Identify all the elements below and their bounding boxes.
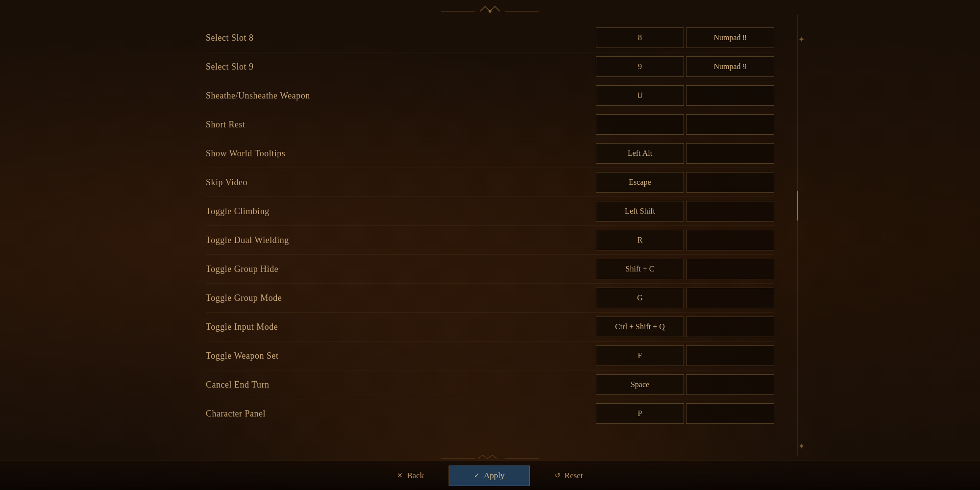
keybind-list: Select Slot 88Numpad 8Select Slot 99Nump… xyxy=(206,19,774,461)
keybind-label-toggle-dual-wielding: Toggle Dual Wielding xyxy=(206,235,363,245)
keybind-buttons-show-world-tooltips: Left Alt xyxy=(596,143,774,164)
keybind-secondary-sheathe-weapon[interactable] xyxy=(686,85,774,106)
keybind-secondary-short-rest[interactable] xyxy=(686,114,774,135)
keybind-buttons-skip-video: Escape xyxy=(596,172,774,193)
keybind-buttons-toggle-group-hide: Shift + C xyxy=(596,259,774,279)
keybind-primary-toggle-input-mode[interactable]: Ctrl + Shift + Q xyxy=(596,317,684,337)
scrollbar-thumb[interactable] xyxy=(797,191,798,220)
reset-button[interactable]: ↺ Reset xyxy=(530,466,608,486)
keybind-primary-toggle-dual-wielding[interactable]: R xyxy=(596,230,684,250)
keybind-row-toggle-group-mode: Toggle Group ModeG xyxy=(206,284,774,313)
keybind-buttons-sheathe-weapon: U xyxy=(596,85,774,106)
keybind-buttons-character-panel: P xyxy=(596,403,774,424)
keybind-label-toggle-input-mode: Toggle Input Mode xyxy=(206,322,363,332)
keybind-secondary-cancel-end-turn[interactable] xyxy=(686,374,774,395)
scrollbar-track xyxy=(797,15,798,456)
content-area: Select Slot 88Numpad 8Select Slot 99Nump… xyxy=(0,19,980,461)
back-label: Back xyxy=(407,471,424,481)
scrollbar-area[interactable] xyxy=(796,15,799,456)
keybind-buttons-toggle-input-mode: Ctrl + Shift + Q xyxy=(596,317,774,337)
keybind-buttons-short-rest xyxy=(596,114,774,135)
keybind-primary-cancel-end-turn[interactable]: Space xyxy=(596,374,684,395)
keybind-label-toggle-group-mode: Toggle Group Mode xyxy=(206,293,363,303)
keybind-primary-toggle-climbing[interactable]: Left Shift xyxy=(596,201,684,221)
keybind-primary-show-world-tooltips[interactable]: Left Alt xyxy=(596,143,684,164)
svg-point-2 xyxy=(489,10,491,13)
keybind-label-cancel-end-turn: Cancel End Turn xyxy=(206,380,363,390)
keybind-buttons-toggle-weapon-set: F xyxy=(596,345,774,366)
keybind-buttons-toggle-dual-wielding: R xyxy=(596,230,774,250)
keybind-row-toggle-input-mode: Toggle Input ModeCtrl + Shift + Q xyxy=(206,313,774,342)
keybind-secondary-toggle-input-mode[interactable] xyxy=(686,317,774,337)
keybind-label-show-world-tooltips: Show World Tooltips xyxy=(206,148,363,159)
keybind-secondary-toggle-group-hide[interactable] xyxy=(686,259,774,279)
keybind-label-short-rest: Short Rest xyxy=(206,120,363,130)
reset-icon: ↺ xyxy=(555,471,561,480)
keybind-secondary-toggle-climbing[interactable] xyxy=(686,201,774,221)
keybind-row-toggle-climbing: Toggle ClimbingLeft Shift xyxy=(206,197,774,226)
keybind-row-cancel-end-turn: Cancel End TurnSpace xyxy=(206,370,774,399)
keybind-buttons-toggle-group-mode: G xyxy=(596,288,774,308)
keybind-secondary-select-slot-8[interactable]: Numpad 8 xyxy=(686,27,774,48)
keybind-buttons-select-slot-9: 9Numpad 9 xyxy=(596,56,774,77)
keybind-label-select-slot-8: Select Slot 8 xyxy=(206,33,363,43)
keybind-row-toggle-weapon-set: Toggle Weapon SetF xyxy=(206,342,774,370)
bottom-buttons: ✕ Back ✓ Apply ↺ Reset xyxy=(372,466,607,486)
keybind-buttons-toggle-climbing: Left Shift xyxy=(596,201,774,221)
apply-button[interactable]: ✓ Apply xyxy=(449,466,530,486)
keybind-primary-toggle-weapon-set[interactable]: F xyxy=(596,345,684,366)
apply-icon: ✓ xyxy=(474,471,480,480)
back-icon: ✕ xyxy=(397,471,403,480)
reset-label: Reset xyxy=(564,471,583,481)
bottom-bar: ✕ Back ✓ Apply ↺ Reset xyxy=(0,461,980,490)
keybind-row-select-slot-8: Select Slot 88Numpad 8 xyxy=(206,24,774,52)
keybind-primary-character-panel[interactable]: P xyxy=(596,403,684,424)
back-button[interactable]: ✕ Back xyxy=(372,466,449,486)
keybind-secondary-select-slot-9[interactable]: Numpad 9 xyxy=(686,56,774,77)
keybind-row-sheathe-weapon: Sheathe/Unsheathe WeaponU xyxy=(206,81,774,110)
keybind-label-toggle-group-hide: Toggle Group Hide xyxy=(206,264,363,274)
keybind-secondary-skip-video[interactable] xyxy=(686,172,774,193)
keybind-secondary-toggle-group-mode[interactable] xyxy=(686,288,774,308)
keybind-secondary-show-world-tooltips[interactable] xyxy=(686,143,774,164)
keybind-label-character-panel: Character Panel xyxy=(206,409,363,419)
keybind-primary-select-slot-8[interactable]: 8 xyxy=(596,27,684,48)
keybind-label-skip-video: Skip Video xyxy=(206,177,363,188)
top-decoration xyxy=(0,0,980,19)
apply-label: Apply xyxy=(484,471,505,481)
keybind-primary-skip-video[interactable]: Escape xyxy=(596,172,684,193)
keybind-primary-select-slot-9[interactable]: 9 xyxy=(596,56,684,77)
keybind-row-skip-video: Skip VideoEscape xyxy=(206,168,774,197)
keybind-label-select-slot-9: Select Slot 9 xyxy=(206,62,363,72)
keybind-primary-sheathe-weapon[interactable]: U xyxy=(596,85,684,106)
keybind-row-character-panel: Character PanelP xyxy=(206,399,774,428)
keybind-label-sheathe-weapon: Sheathe/Unsheathe Weapon xyxy=(206,91,363,101)
keybind-row-select-slot-9: Select Slot 99Numpad 9 xyxy=(206,52,774,81)
keybind-buttons-select-slot-8: 8Numpad 8 xyxy=(596,27,774,48)
bottom-decoration xyxy=(441,454,539,466)
keybind-row-toggle-group-hide: Toggle Group HideShift + C xyxy=(206,255,774,284)
keybind-primary-toggle-group-mode[interactable]: G xyxy=(596,288,684,308)
keybind-secondary-toggle-dual-wielding[interactable] xyxy=(686,230,774,250)
keybind-label-toggle-weapon-set: Toggle Weapon Set xyxy=(206,351,363,361)
keybind-row-short-rest: Short Rest xyxy=(206,110,774,139)
keybind-primary-short-rest[interactable] xyxy=(596,114,684,135)
keybind-secondary-character-panel[interactable] xyxy=(686,403,774,424)
keybind-row-show-world-tooltips: Show World TooltipsLeft Alt xyxy=(206,139,774,168)
keybind-secondary-toggle-weapon-set[interactable] xyxy=(686,345,774,366)
keybind-row-toggle-dual-wielding: Toggle Dual WieldingR xyxy=(206,226,774,255)
keybind-buttons-cancel-end-turn: Space xyxy=(596,374,774,395)
keybind-primary-toggle-group-hide[interactable]: Shift + C xyxy=(596,259,684,279)
keybind-label-toggle-climbing: Toggle Climbing xyxy=(206,206,363,217)
